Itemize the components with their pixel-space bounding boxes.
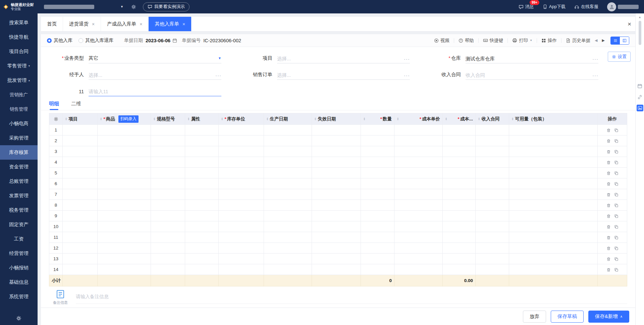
demo-button[interactable]: 我要看实例演示 xyxy=(143,2,190,11)
form-view-button[interactable] xyxy=(620,37,629,44)
sort-icon[interactable]: ▲▼ xyxy=(221,117,223,120)
empty-cell[interactable] xyxy=(476,189,509,200)
empty-cell[interactable] xyxy=(361,254,394,264)
empty-cell[interactable] xyxy=(394,211,443,221)
empty-cell[interactable] xyxy=(219,243,264,254)
empty-cell[interactable] xyxy=(312,178,361,189)
empty-cell[interactable] xyxy=(509,178,598,189)
delete-row-icon[interactable] xyxy=(606,193,611,197)
tab-产成品入库单[interactable]: 产成品入库单× xyxy=(101,17,149,31)
empty-cell[interactable] xyxy=(151,232,185,243)
copy-row-icon[interactable] xyxy=(614,214,619,218)
empty-cell[interactable] xyxy=(361,146,394,157)
rail-image-icon[interactable] xyxy=(637,105,643,111)
empty-cell[interactable] xyxy=(394,125,443,136)
empty-cell[interactable] xyxy=(264,125,312,136)
sort-icon[interactable]: ▲▼ xyxy=(153,117,155,120)
empty-cell[interactable] xyxy=(98,146,151,157)
discard-button[interactable]: 放弃 xyxy=(523,311,546,323)
col-income-contract[interactable]: ▲▼收入合同 xyxy=(476,113,509,125)
copy-row-icon[interactable] xyxy=(614,225,619,229)
col-available[interactable]: ▲▼可用量（包装） xyxy=(509,113,598,125)
sidebar-item-批发管理[interactable]: 批发管理▲ xyxy=(0,73,38,88)
doc-date-value[interactable]: 2023-06-06 xyxy=(146,38,177,43)
column-settings-icon[interactable] xyxy=(52,117,60,121)
note-input[interactable] xyxy=(76,294,627,299)
empty-cell[interactable] xyxy=(98,232,151,243)
empty-cell[interactable] xyxy=(509,254,598,264)
close-icon[interactable]: × xyxy=(628,21,631,27)
empty-cell[interactable] xyxy=(63,157,98,168)
empty-cell[interactable] xyxy=(443,136,476,146)
empty-cell[interactable] xyxy=(509,157,598,168)
empty-cell[interactable] xyxy=(443,243,476,254)
empty-cell[interactable] xyxy=(151,243,185,254)
empty-cell[interactable] xyxy=(476,243,509,254)
empty-cell[interactable] xyxy=(476,178,509,189)
tab-2d[interactable]: 二维 xyxy=(71,101,81,110)
empty-cell[interactable] xyxy=(264,200,312,211)
empty-cell[interactable] xyxy=(361,264,394,275)
empty-cell[interactable] xyxy=(476,125,509,136)
empty-cell[interactable] xyxy=(394,136,443,146)
copy-row-icon[interactable] xyxy=(614,150,619,154)
sidebar-item-总账管理[interactable]: 总账管理 xyxy=(0,174,38,188)
empty-cell[interactable] xyxy=(509,264,598,275)
empty-cell[interactable] xyxy=(63,125,98,136)
empty-cell[interactable] xyxy=(264,157,312,168)
sort-icon[interactable]: ▲▼ xyxy=(397,117,399,120)
empty-cell[interactable] xyxy=(443,254,476,264)
empty-cell[interactable] xyxy=(312,125,361,136)
empty-cell[interactable] xyxy=(98,157,151,168)
empty-cell[interactable] xyxy=(185,178,219,189)
tab-其他入库单[interactable]: 其他入库单× xyxy=(149,17,192,31)
more-icon[interactable]: ··· xyxy=(402,56,410,61)
empty-cell[interactable] xyxy=(264,189,312,200)
empty-cell[interactable] xyxy=(264,168,312,178)
sort-icon[interactable]: ▲▼ xyxy=(314,117,316,120)
col-product[interactable]: ▲▼*商品扫码录入 xyxy=(98,113,151,125)
sidebar-item-税务管理[interactable]: 税务管理 xyxy=(0,203,38,217)
empty-cell[interactable] xyxy=(476,136,509,146)
empty-cell[interactable] xyxy=(312,200,361,211)
empty-cell[interactable] xyxy=(151,125,185,136)
empty-cell[interactable] xyxy=(264,178,312,189)
tab-close-icon[interactable]: × xyxy=(140,21,142,27)
delete-row-icon[interactable] xyxy=(606,257,611,261)
empty-cell[interactable] xyxy=(185,146,219,157)
col-exp-date[interactable]: ▲▼失效日期 xyxy=(312,113,361,125)
sales-order-input[interactable] xyxy=(277,72,402,78)
empty-cell[interactable] xyxy=(443,211,476,221)
empty-cell[interactable] xyxy=(63,136,98,146)
tab-close-icon[interactable]: × xyxy=(182,21,185,27)
list-view-button[interactable] xyxy=(611,37,620,44)
company-select[interactable]: ▼ xyxy=(41,2,126,11)
delete-row-icon[interactable] xyxy=(606,182,611,186)
warehouse-input[interactable] xyxy=(466,56,591,61)
project-input[interactable] xyxy=(277,56,402,61)
empty-cell[interactable] xyxy=(264,254,312,264)
empty-cell[interactable] xyxy=(151,211,185,221)
sidebar-item-销售管理[interactable]: 销售管理 xyxy=(0,102,38,116)
empty-cell[interactable] xyxy=(312,221,361,232)
sidebar-item-快捷导航[interactable]: 快捷导航 xyxy=(0,30,38,44)
tab-close-icon[interactable]: × xyxy=(92,21,95,27)
more-icon[interactable]: ··· xyxy=(402,73,410,78)
sort-icon[interactable]: ▲▼ xyxy=(187,117,190,120)
empty-cell[interactable] xyxy=(509,200,598,211)
empty-cell[interactable] xyxy=(509,146,598,157)
empty-cell[interactable] xyxy=(98,254,151,264)
sort-icon[interactable]: ▲▼ xyxy=(512,117,514,120)
empty-cell[interactable] xyxy=(185,264,219,275)
prev-arrow-icon[interactable]: ◀ xyxy=(595,38,597,43)
empty-cell[interactable] xyxy=(312,211,361,221)
empty-cell[interactable] xyxy=(312,254,361,264)
empty-cell[interactable] xyxy=(509,211,598,221)
empty-cell[interactable] xyxy=(394,200,443,211)
copy-row-icon[interactable] xyxy=(614,235,619,240)
empty-cell[interactable] xyxy=(63,168,98,178)
empty-cell[interactable] xyxy=(361,211,394,221)
sort-icon[interactable]: ▲▼ xyxy=(363,117,365,120)
empty-cell[interactable] xyxy=(509,125,598,136)
scroll-up-icon[interactable]: ▲ xyxy=(638,15,641,19)
